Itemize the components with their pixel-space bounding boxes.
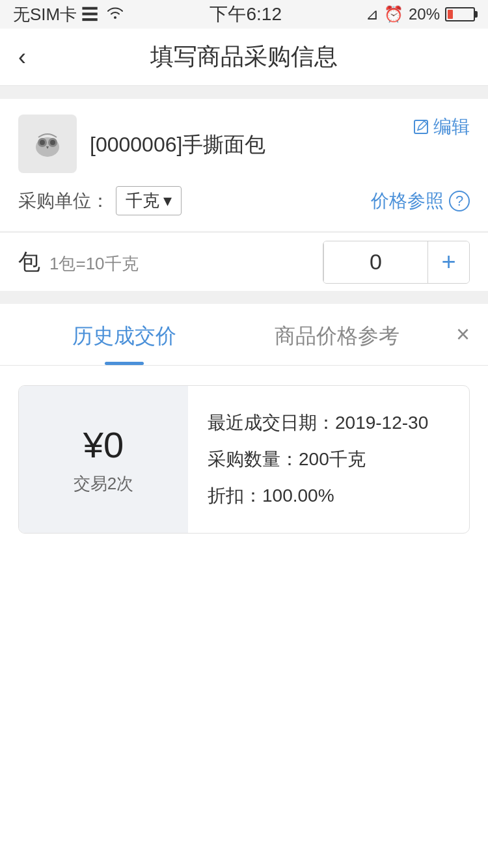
status-right: ⊿ ⏰ 20% <box>366 5 475 23</box>
edit-button[interactable]: 编辑 <box>413 115 470 139</box>
wifi-icon <box>105 5 126 25</box>
product-name: [0000006]手撕面包 <box>90 131 265 159</box>
recent-date-value: 2019-12-30 <box>335 413 428 433</box>
quantity-row: 包 1包=10千克 0 + <box>0 232 488 291</box>
product-meta: 采购单位： 千克 ▾ 价格参照 ? <box>18 186 470 215</box>
tab-history-price[interactable]: 历史成交价 <box>18 304 230 365</box>
price-amount: ¥0 <box>83 424 124 466</box>
nav-bar: ‹ 填写商品采购信息 <box>0 29 488 86</box>
price-details: 最近成交日期：2019-12-30 采购数量：200千克 折扣：100.00% <box>188 386 469 533</box>
dropdown-arrow-icon: ▾ <box>163 191 172 211</box>
purchase-qty-label: 采购数量： <box>208 449 299 469</box>
discount-value: 100.00% <box>262 485 334 506</box>
quantity-plus-button[interactable]: + <box>427 241 469 283</box>
status-bar: 无SIM卡 ☰ 下午6:12 ⊿ ⏰ 20% <box>0 0 488 29</box>
tab-close-button[interactable]: × <box>443 308 470 361</box>
help-icon: ? <box>449 191 470 211</box>
page-title: 填写商品采购信息 <box>150 41 338 73</box>
quantity-value[interactable]: 0 <box>323 241 427 283</box>
status-time: 下午6:12 <box>210 2 282 27</box>
product-card: [0000006]手撕面包 编辑 采购单位： 千克 ▾ 价格参照 ? <box>0 99 488 231</box>
product-header: [0000006]手撕面包 编辑 <box>18 115 470 173</box>
recent-date-row: 最近成交日期：2019-12-30 <box>208 409 450 437</box>
battery-percent: 20% <box>409 5 440 23</box>
purchase-unit: 采购单位： 千克 ▾ <box>18 186 182 215</box>
tab-content: ¥0 交易2次 最近成交日期：2019-12-30 采购数量：200千克 折扣：… <box>0 366 488 553</box>
svg-point-3 <box>40 140 45 145</box>
status-left: 无SIM卡 ☰ <box>13 3 126 26</box>
tabs-header: 历史成交价 商品价格参考 × <box>0 304 488 366</box>
svg-point-4 <box>50 140 55 145</box>
quantity-unit: 包 <box>18 247 40 277</box>
alarm-icon: ⏰ <box>384 5 403 23</box>
unit-selector[interactable]: 千克 ▾ <box>116 186 182 215</box>
back-button[interactable]: ‹ <box>18 44 26 71</box>
discount-label: 折扣： <box>208 485 262 506</box>
product-thumbnail <box>18 115 77 173</box>
location-icon: ⊿ <box>366 5 379 23</box>
carrier-label: 无SIM卡 ☰ <box>13 3 98 26</box>
quantity-label: 包 1包=10千克 <box>18 247 139 277</box>
quantity-control: 0 + <box>323 241 470 284</box>
discount-row: 折扣：100.00% <box>208 482 450 509</box>
battery-icon <box>445 7 475 21</box>
purchase-unit-label: 采购单位： <box>18 189 109 213</box>
purchase-qty-value: 200千克 <box>299 449 366 469</box>
bottom-area <box>0 553 488 868</box>
quantity-conversion: 1包=10千克 <box>49 252 139 275</box>
recent-date-label: 最近成交日期： <box>208 413 335 433</box>
purchase-qty-row: 采购数量：200千克 <box>208 446 450 473</box>
trade-count: 交易2次 <box>74 472 133 495</box>
tab-price-reference[interactable]: 商品价格参考 <box>230 304 442 365</box>
price-reference-button[interactable]: 价格参照 ? <box>371 189 470 213</box>
price-card: ¥0 交易2次 最近成交日期：2019-12-30 采购数量：200千克 折扣：… <box>18 385 470 534</box>
tabs-panel: 历史成交价 商品价格参考 × ¥0 交易2次 最近成交日期：2019-12-30… <box>0 304 488 553</box>
product-left: [0000006]手撕面包 <box>18 115 265 173</box>
price-main: ¥0 交易2次 <box>19 386 188 533</box>
